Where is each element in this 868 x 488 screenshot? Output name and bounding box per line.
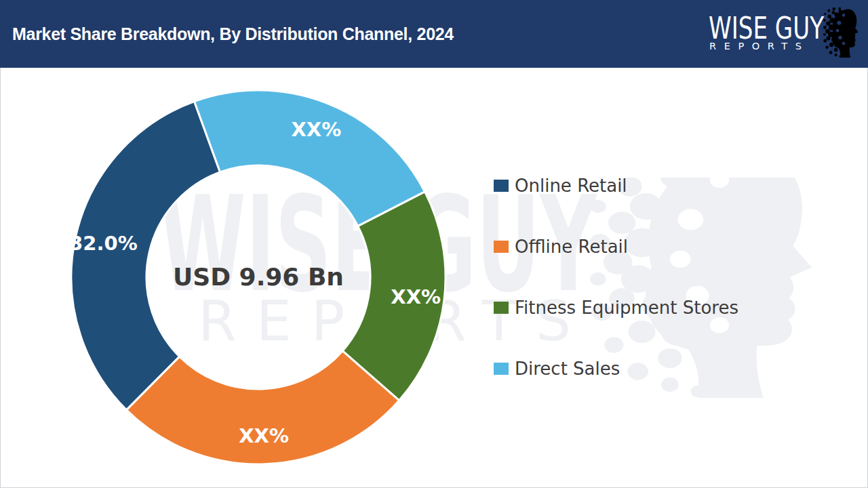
page-title: Market Share Breakdown, By Distribution …	[12, 0, 454, 68]
donut-slice-fitness-equipment-stores	[342, 192, 446, 401]
wiseguy-logo: WISE GUY REPORTS	[703, 5, 861, 62]
legend-label: Online Retail	[515, 176, 627, 196]
slice-label-fitness-equipment-stores: XX%	[391, 285, 441, 308]
legend-item-fitness-equipment-stores: Fitness Equipment Stores	[494, 298, 738, 318]
slice-label-online-retail: 32.0%	[69, 232, 138, 255]
legend-item-offline-retail: Offline Retail	[494, 237, 738, 257]
legend-swatch-online-retail	[494, 180, 509, 192]
legend-swatch-fitness-equipment-stores	[494, 302, 509, 314]
report-figure: { "header": { "title": "Market Share Bre…	[0, 0, 868, 488]
logo-head-icon	[823, 7, 859, 58]
legend-label: Offline Retail	[515, 237, 628, 257]
slice-label-offline-retail: XX%	[239, 424, 289, 447]
legend-label: Direct Sales	[515, 359, 620, 379]
legend-swatch-direct-sales	[494, 363, 509, 375]
header-bar: Market Share Breakdown, By Distribution …	[0, 0, 868, 68]
legend-item-direct-sales: Direct Sales	[494, 359, 738, 379]
legend-item-online-retail: Online Retail	[494, 176, 738, 196]
legend-label: Fitness Equipment Stores	[515, 298, 738, 318]
chart-legend: Online RetailOffline RetailFitness Equip…	[494, 176, 738, 379]
donut-slice-direct-sales	[195, 90, 425, 226]
chart-center-value: USD 9.96 Bn	[173, 263, 344, 291]
donut-slice-offline-retail	[127, 351, 399, 464]
donut-slice-online-retail	[71, 102, 220, 410]
slice-label-direct-sales: XX%	[291, 118, 341, 141]
legend-swatch-offline-retail	[494, 241, 509, 253]
